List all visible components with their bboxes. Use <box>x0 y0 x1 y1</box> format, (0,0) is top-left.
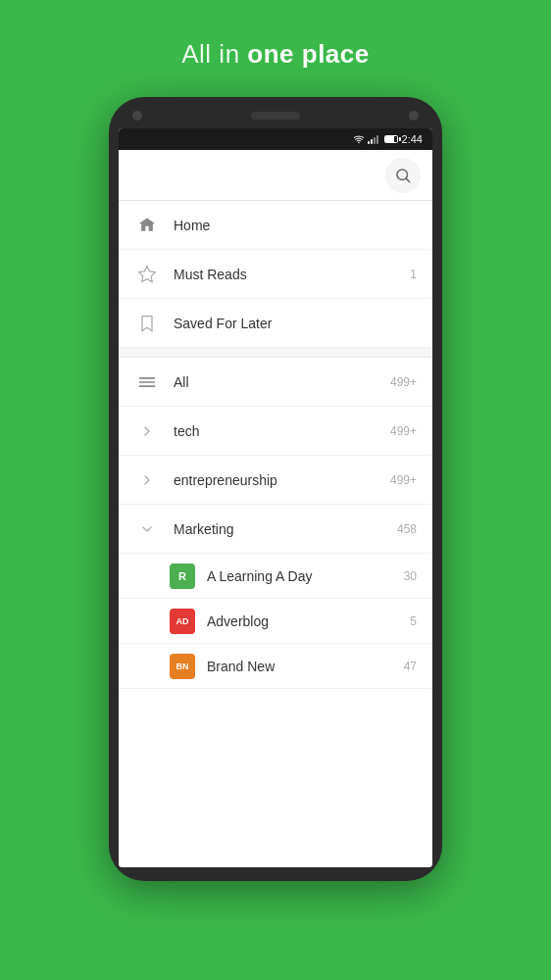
adverblog-count: 5 <box>410 614 417 628</box>
chevron-right-icon-entrep <box>134 467 160 493</box>
brand-new-icon: BN <box>170 654 195 679</box>
nav-item-marketing[interactable]: Marketing 458 <box>119 505 432 554</box>
nav-item-saved[interactable]: Saved For Later <box>119 299 432 348</box>
phone-device: 2:44 Home <box>109 97 442 881</box>
phone-camera <box>132 111 142 121</box>
entrepreneurship-label: entrepreneurship <box>174 472 382 488</box>
must-reads-label: Must Reads <box>174 267 402 282</box>
nav-item-all[interactable]: All 499+ <box>119 358 432 407</box>
battery-icon <box>384 135 398 143</box>
phone-screen: 2:44 Home <box>119 128 432 867</box>
phone-speaker <box>251 112 300 120</box>
all-count: 499+ <box>390 375 417 389</box>
chevron-down-icon-marketing <box>134 516 160 542</box>
status-bar: 2:44 <box>119 128 432 150</box>
headline-prefix: All in <box>181 39 247 69</box>
status-time: 2:44 <box>402 133 423 145</box>
search-icon <box>394 167 412 184</box>
marketing-count: 458 <box>397 522 417 536</box>
section-divider <box>119 348 432 358</box>
nav-item-entrepreneurship[interactable]: entrepreneurship 499+ <box>119 456 432 505</box>
app-header <box>119 150 432 201</box>
adverblog-icon-text: AD <box>176 616 189 626</box>
star-icon <box>134 262 160 287</box>
phone-led <box>409 111 419 121</box>
brand-new-count: 47 <box>404 660 417 673</box>
svg-line-1 <box>406 178 409 181</box>
adverblog-label: Adverblog <box>207 613 402 629</box>
brand-new-label: Brand New <box>207 659 396 674</box>
home-icon <box>134 213 160 238</box>
nav-item-a-learning-a-day[interactable]: R A Learning A Day 30 <box>119 554 432 599</box>
nav-item-tech[interactable]: tech 499+ <box>119 407 432 456</box>
adverblog-icon: AD <box>170 609 195 634</box>
phone-top-bar <box>119 111 432 128</box>
home-label: Home <box>174 218 417 233</box>
tech-count: 499+ <box>390 424 417 438</box>
menu-icon <box>134 369 160 395</box>
headline-emphasis: one place <box>247 39 369 69</box>
a-learning-a-day-icon-text: R <box>178 570 186 582</box>
chevron-right-icon-tech <box>134 418 160 444</box>
search-button[interactable] <box>385 158 421 193</box>
brand-new-icon-text: BN <box>176 662 189 671</box>
bookmark-icon <box>134 311 160 336</box>
a-learning-a-day-icon: R <box>170 564 195 589</box>
a-learning-a-day-label: A Learning A Day <box>207 568 396 584</box>
nav-item-home[interactable]: Home <box>119 201 432 250</box>
nav-item-adverblog[interactable]: AD Adverblog 5 <box>119 599 432 644</box>
nav-item-must-reads[interactable]: Must Reads 1 <box>119 250 432 299</box>
all-label: All <box>174 374 382 390</box>
nav-list: Home Must Reads 1 Saved Fo <box>119 201 432 867</box>
entrepreneurship-count: 499+ <box>390 473 417 487</box>
status-icons: 2:44 <box>354 133 423 145</box>
marketing-label: Marketing <box>174 521 389 537</box>
signal-icon <box>368 134 378 144</box>
tech-label: tech <box>174 423 382 439</box>
a-learning-a-day-count: 30 <box>404 569 417 583</box>
wifi-icon <box>354 135 364 144</box>
nav-item-brand-new[interactable]: BN Brand New 47 <box>119 644 432 689</box>
page-headline: All in one place <box>181 39 370 70</box>
saved-label: Saved For Later <box>174 316 417 331</box>
must-reads-count: 1 <box>410 268 417 281</box>
